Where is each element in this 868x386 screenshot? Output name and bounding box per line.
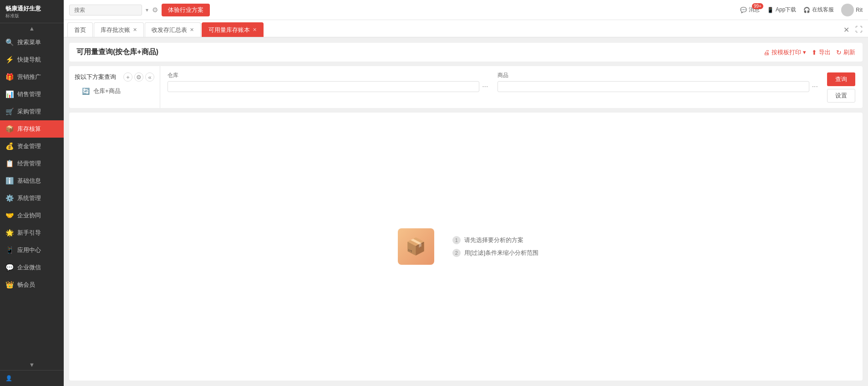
sidebar-item-corp-collab[interactable]: 🤝 企业协同 <box>0 207 64 224</box>
sidebar-item-app-center[interactable]: 📱 应用中心 <box>0 242 64 259</box>
topbar-right: 💬 消息 99+ 📱 App下载 🎧 在线客服 Rit <box>740 4 863 16</box>
dropdown-chevron-icon[interactable]: ▾ <box>146 7 148 13</box>
sidebar-scroll: 🔍 搜索菜单 ⚡ 快捷导航 🎁 营销推广 📊 销售管理 🛒 采购管理 📦 库存核… <box>0 34 64 360</box>
lightning-icon: ⚡ <box>5 56 14 64</box>
print-label: 按模板打印 <box>772 48 801 57</box>
sidebar-item-sales[interactable]: 📊 销售管理 <box>0 86 64 103</box>
sidebar-item-guide[interactable]: 🌟 新手引导 <box>0 224 64 242</box>
main-area: ▾ ⚙ 体验行业方案 💬 消息 99+ 📱 App下载 🎧 在线客服 Rit <box>64 0 868 386</box>
scroll-up-btn[interactable]: ▲ <box>0 23 64 34</box>
print-dropdown-icon: ▾ <box>803 49 806 56</box>
filter-left-actions: + ⚙ « <box>123 72 154 82</box>
export-btn[interactable]: ⬆ 导出 <box>812 48 831 57</box>
page-content: 可用量查询(按仓库+商品) 🖨 按模板打印 ▾ ⬆ 导出 ↻ 刷新 <box>64 37 868 386</box>
page-title: 可用量查询(按仓库+商品) <box>76 47 763 57</box>
sidebar-item-label: 基础信息 <box>17 177 41 185</box>
sidebar-item-basic[interactable]: ℹ️ 基础信息 <box>0 172 64 190</box>
collapse-filter-btn[interactable]: « <box>145 72 154 82</box>
sidebar-item-system[interactable]: ⚙️ 系统管理 <box>0 190 64 207</box>
expand-tab-btn[interactable]: ⛶ <box>853 24 864 35</box>
empty-state: 1 请先选择要分析的方案 2 用[过滤]条件来缩小分析范围 <box>69 113 863 381</box>
tab-close-icon[interactable]: ✕ <box>253 27 257 33</box>
gift-icon: 🎁 <box>5 73 14 81</box>
crown-icon: 👑 <box>5 281 14 289</box>
tab-available-qty[interactable]: 可用量库存账本 ✕ <box>202 22 264 37</box>
handshake-icon: 🤝 <box>5 211 14 220</box>
add-scheme-btn[interactable]: + <box>123 72 132 82</box>
sidebar-logo: 畅康通好生意 标准版 <box>0 0 64 23</box>
clipboard-icon: 📋 <box>5 160 14 168</box>
close-tab-btn[interactable]: ✕ <box>841 24 852 35</box>
page-header-actions: 🖨 按模板打印 ▾ ⬆ 导出 ↻ 刷新 <box>763 48 855 57</box>
warehouse-label: 仓库 <box>168 72 488 79</box>
scheme-item-warehouse-product[interactable]: 🔄 仓库+商品 <box>69 83 160 99</box>
chat-icon: 💬 <box>5 263 14 272</box>
app-download-btn[interactable]: 📱 App下载 <box>767 6 796 14</box>
tab-label: 可用量库存账本 <box>208 26 250 34</box>
box-icon: 📦 <box>5 125 14 133</box>
sidebar-item-label: 采购管理 <box>17 108 41 116</box>
warehouse-input[interactable] <box>168 81 479 92</box>
tip-text-2: 用[过滤]条件来缩小分析范围 <box>464 249 538 257</box>
sidebar-item-label: 营销推广 <box>17 73 41 81</box>
product-input-row: ··· <box>497 81 818 92</box>
filter-section-label: 按以下方案查询 <box>75 73 116 81</box>
tab-inventory-batch[interactable]: 库存批次账 ✕ <box>94 22 144 37</box>
scroll-down-btn[interactable]: ▼ <box>0 360 64 370</box>
scheme-settings-btn[interactable]: ⚙ <box>134 72 143 82</box>
sidebar-item-purchase[interactable]: 🛒 采购管理 <box>0 103 64 120</box>
filter-action-buttons: 查询 设置 <box>827 72 855 103</box>
sidebar: 畅康通好生意 标准版 ▲ 🔍 搜索菜单 ⚡ 快捷导航 🎁 营销推广 📊 销售管理… <box>0 0 64 386</box>
online-service-btn[interactable]: 🎧 在线客服 <box>803 6 834 14</box>
query-btn[interactable]: 查询 <box>827 72 855 86</box>
tip-num-1: 1 <box>452 236 461 244</box>
sidebar-item-search[interactable]: 🔍 搜索菜单 <box>0 34 64 51</box>
star-icon: 🌟 <box>5 229 14 237</box>
sidebar-item-label: 畅会员 <box>17 281 35 289</box>
trial-btn[interactable]: 体验行业方案 <box>162 4 210 16</box>
tab-home[interactable]: 首页 <box>67 22 93 37</box>
message-icon: 💬 <box>740 7 747 13</box>
empty-tips: 1 请先选择要分析的方案 2 用[过滤]条件来缩小分析范围 <box>452 236 538 257</box>
warehouse-more-icon[interactable]: ··· <box>482 82 488 91</box>
message-badge: 99+ <box>752 3 763 9</box>
warehouse-filter-group: 仓库 ··· <box>168 72 488 92</box>
tab-close-icon[interactable]: ✕ <box>133 27 137 33</box>
warehouse-input-row: ··· <box>168 81 488 92</box>
headset-icon: 🎧 <box>803 7 810 13</box>
sidebar-item-member[interactable]: 👑 畅会员 <box>0 276 64 293</box>
sidebar-item-corp-wechat[interactable]: 💬 企业微信 <box>0 259 64 276</box>
sidebar-item-label: 销售管理 <box>17 90 41 98</box>
refresh-btn[interactable]: ↻ 刷新 <box>836 48 855 57</box>
print-btn[interactable]: 🖨 按模板打印 ▾ <box>763 48 806 57</box>
download-icon: 📱 <box>767 7 774 13</box>
sidebar-item-marketing[interactable]: 🎁 营销推广 <box>0 68 64 86</box>
filter-area: 按以下方案查询 + ⚙ « 🔄 仓库+商品 仓库 <box>69 66 863 108</box>
topbar: ▾ ⚙ 体验行业方案 💬 消息 99+ 📱 App下载 🎧 在线客服 Rit <box>64 0 868 20</box>
sidebar-item-label: 企业协同 <box>17 211 41 220</box>
print-icon: 🖨 <box>763 49 770 56</box>
search-input[interactable] <box>69 5 142 15</box>
sidebar-item-shortcut[interactable]: ⚡ 快捷导航 <box>0 51 64 68</box>
product-input[interactable] <box>497 81 809 92</box>
search-icon: 🔍 <box>5 38 14 46</box>
app-name: 畅康通好生意 <box>5 5 58 13</box>
sidebar-footer: 👤 <box>0 370 64 386</box>
scheme-label: 仓库+商品 <box>93 87 121 95</box>
filter-settings-btn[interactable]: 设置 <box>827 89 855 103</box>
sidebar-item-ops[interactable]: 📋 经营管理 <box>0 155 64 172</box>
tab-recv-summary[interactable]: 收发存汇总表 ✕ <box>145 22 201 37</box>
page-header: 可用量查询(按仓库+商品) 🖨 按模板打印 ▾ ⬆ 导出 ↻ 刷新 <box>69 43 863 62</box>
product-label: 商品 <box>497 72 818 79</box>
settings-icon[interactable]: ⚙ <box>152 6 158 14</box>
user-profile-btn[interactable]: Rit <box>841 4 863 16</box>
message-btn[interactable]: 💬 消息 99+ <box>740 6 760 14</box>
sidebar-item-label: 库存核算 <box>17 125 41 133</box>
product-more-icon[interactable]: ··· <box>812 82 818 91</box>
sidebar-item-finance[interactable]: 💰 资金管理 <box>0 138 64 155</box>
tab-close-icon[interactable]: ✕ <box>190 27 194 33</box>
tab-label: 库存批次账 <box>101 26 130 34</box>
sidebar-item-inventory[interactable]: 📦 库存核算 <box>0 120 64 138</box>
product-filter-group: 商品 ··· <box>497 72 818 92</box>
export-icon: ⬆ <box>812 49 817 56</box>
